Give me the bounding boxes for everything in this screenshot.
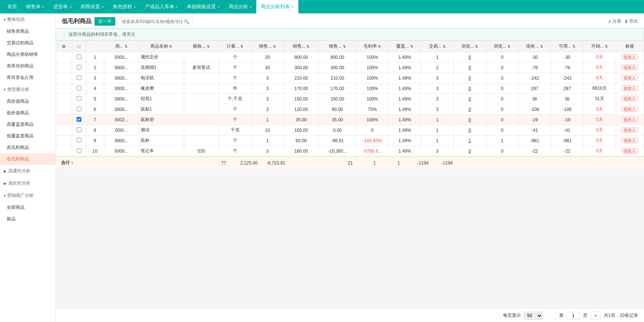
nav-permissions[interactable]: 权限设置 × [76, 0, 108, 13]
row-trade: 3 [421, 94, 454, 104]
prev-page-btn[interactable]: ＜ [546, 311, 556, 320]
col-sale1-header[interactable]: 销售... ⇅ [251, 41, 283, 52]
nav-products[interactable]: 产成品入库单 × [141, 0, 182, 13]
sidebar-group-overall[interactable]: ▾ 整体信息 [0, 13, 55, 26]
row-check[interactable] [72, 136, 86, 146]
row-cur: 36 [518, 94, 551, 104]
row-check[interactable] [72, 73, 86, 83]
nav-roles[interactable]: 角色授权 × [108, 0, 140, 13]
row-sale3: 170.00 [319, 83, 356, 94]
total-info: 共1页，10条记录 [604, 312, 638, 319]
sidebar-group-growth[interactable]: ▶ 成长性分析 [0, 177, 55, 189]
table-footer: 合计： 77 2,125.00 -8,723.91 21 1 1 [56, 156, 644, 169]
sidebar-item-low-coverage[interactable]: 低覆盖度商品 [0, 130, 55, 142]
nav-analysis-list[interactable]: 商品分析列表 × [256, 0, 298, 13]
close-analysis[interactable]: × [250, 4, 252, 9]
row-spec [184, 136, 219, 146]
row-sale3: 35.00 [319, 115, 356, 125]
col-sale2-header[interactable]: 销售... ⇅ [284, 41, 319, 52]
sidebar-item-category-rate[interactable]: 商品分类助销率 [0, 49, 55, 60]
col-code-header[interactable]: 商... ⇅ [104, 41, 139, 52]
search-input[interactable] [122, 19, 182, 24]
export-btn[interactable]: ⬇ 导出 [624, 18, 638, 25]
col-margin-header[interactable]: 毛利率 ⇅ [356, 41, 388, 52]
sidebar-item-all-products[interactable]: 全部商品 [0, 202, 55, 213]
sidebar-item-in-stock[interactable]: 有库存的商品 [0, 60, 55, 72]
search-icon[interactable]: 🔍 [184, 19, 189, 24]
row-no: 10 [86, 146, 104, 156]
col-view2-header[interactable]: 浏览... ⇅ [486, 41, 518, 52]
row-check[interactable] [72, 146, 86, 156]
nav-purchase[interactable]: 进货单 × [49, 0, 76, 13]
col-settings[interactable]: ⚙ [56, 41, 72, 52]
row-check[interactable] [72, 63, 86, 73]
close-sales[interactable]: × [42, 4, 44, 9]
nav-templates[interactable]: 单据模板设置 × [182, 0, 224, 13]
date-filter-btn[interactable]: 近一月 [94, 17, 115, 26]
row-view1[interactable]: 0 [454, 83, 486, 94]
col-trade-header[interactable]: 交易... ⇅ [421, 41, 454, 52]
row-tag: 低收入 [616, 52, 644, 63]
row-check[interactable] [72, 52, 86, 63]
sidebar-item-new-products[interactable]: 新品 [0, 213, 55, 225]
close-analysis-list[interactable]: × [291, 4, 294, 9]
page-input[interactable] [567, 312, 580, 319]
row-view1[interactable]: 0 [454, 63, 486, 73]
sidebar-item-traded[interactable]: 交易过的商品 [0, 37, 55, 49]
col-cover-header[interactable]: 覆盖... ⇅ [388, 41, 421, 52]
next-page-btn[interactable]: ＞ [590, 311, 601, 320]
share-btn[interactable]: ↗ 分享 [608, 18, 621, 25]
footer-sale2: 2,125.00 [236, 160, 262, 166]
row-view1[interactable]: 0 [454, 52, 486, 63]
row-view1[interactable]: 0 [454, 125, 486, 136]
row-view2: 0 [486, 52, 518, 63]
row-check[interactable] [72, 94, 86, 104]
close-permissions[interactable]: × [102, 4, 104, 9]
row-sale1: 20 [251, 52, 283, 63]
sidebar-group-marketing[interactable]: ▾ 营销推广分析 [0, 189, 55, 202]
nav-home[interactable]: 首页 [3, 0, 22, 13]
row-sell: 0天 [583, 73, 616, 83]
col-sale3-header[interactable]: 销售... ⇅ [319, 41, 356, 52]
sidebar-item-low-margin[interactable]: 低毛利商品 [0, 153, 55, 165]
row-spec: 参加复试 [184, 63, 219, 73]
row-avail: 287 [551, 83, 583, 94]
sidebar-item-high-margin[interactable]: 高毛利商品 [0, 142, 55, 153]
nav-analysis[interactable]: 商品分析 × [224, 0, 256, 13]
row-view1[interactable]: 0 [454, 104, 486, 115]
col-cur-header[interactable]: 现有... ⇅ [518, 41, 551, 52]
row-name: 测试 [139, 125, 184, 136]
close-purchase[interactable]: × [69, 4, 71, 9]
sidebar-item-high-coverage[interactable]: 高覆盖度商品 [0, 119, 55, 130]
sidebar-group-circulation[interactable]: ▶ 流通性分析 [0, 165, 55, 177]
col-spec-header[interactable]: 规格... ⇅ [184, 41, 219, 52]
row-check[interactable] [72, 115, 86, 125]
sidebar-item-high-value[interactable]: 高价值商品 [0, 96, 55, 107]
row-view1[interactable]: 0 [454, 94, 486, 104]
sidebar-item-sales-category[interactable]: 销售类商品 [0, 26, 55, 37]
col-avail-header[interactable]: 可用... ⇅ [551, 41, 583, 52]
col-tag-header[interactable]: 标签 [616, 41, 644, 52]
per-page-select[interactable]: 50 20 100 [524, 312, 543, 320]
sidebar-item-low-value[interactable]: 低价值商品 [0, 107, 55, 119]
close-templates[interactable]: × [217, 4, 220, 9]
close-roles[interactable]: × [134, 4, 136, 9]
sidebar-item-capital[interactable]: 库存资金占用 [0, 72, 55, 83]
sidebar-group-type[interactable]: ▾ 类型量分析 [0, 83, 55, 96]
row-view1[interactable]: 0 [454, 146, 486, 156]
col-sell-header[interactable]: 可销... ⇅ [583, 41, 616, 52]
nav-sales[interactable]: 销售单 × [22, 0, 49, 13]
row-check[interactable] [72, 83, 86, 94]
row-view1[interactable]: 0 [454, 73, 486, 83]
col-name-header[interactable]: 商品名称 ⇅ [139, 41, 184, 52]
close-products[interactable]: × [176, 4, 178, 9]
row-check[interactable] [72, 104, 86, 115]
row-view1[interactable]: 1 [454, 136, 486, 146]
col-unit-header[interactable]: 计量... ⇅ [219, 41, 251, 52]
row-view2: 0 [486, 73, 518, 83]
row-view1[interactable]: 0 [454, 115, 486, 125]
row-spec [184, 104, 219, 115]
col-check-all[interactable]: □ [72, 41, 86, 52]
row-check[interactable] [72, 125, 86, 136]
col-view1-header[interactable]: 浏览... ⇅ [454, 41, 486, 52]
